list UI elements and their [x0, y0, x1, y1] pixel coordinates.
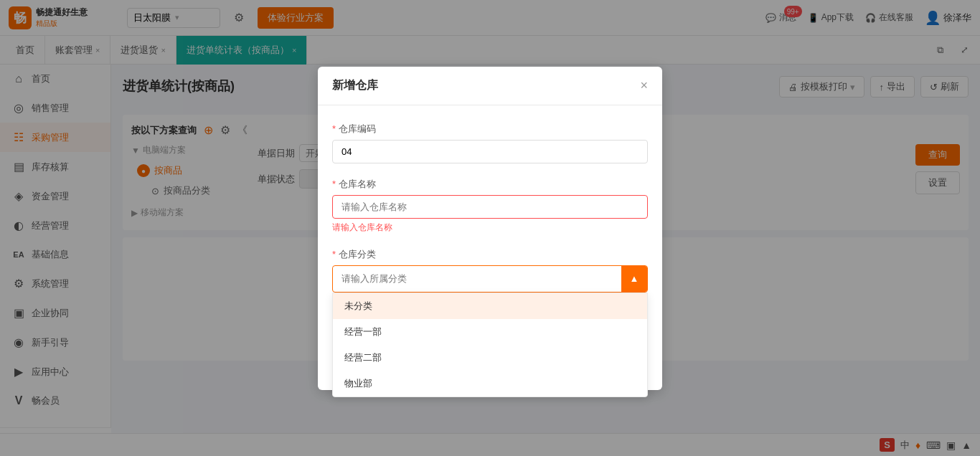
warehouse-name-field: * 仓库名称 请输入仓库名称 — [332, 178, 648, 234]
dropdown-item-dept1[interactable]: 经营一部 — [333, 319, 647, 345]
dropdown-item-unclassified[interactable]: 未分类 — [333, 293, 647, 319]
warehouse-category-field: * 仓库分类 ▲ 未分类 经营一部 经营二部 物业部 — [332, 248, 648, 293]
warehouse-code-input[interactable] — [332, 140, 648, 163]
modal-overlay[interactable]: 新增仓库 × * 仓库编码 * 仓库名称 请输入仓库名称 — [0, 0, 980, 456]
warehouse-name-error: 请输入仓库名称 — [332, 222, 648, 234]
modal-body: * 仓库编码 * 仓库名称 请输入仓库名称 * 仓库分类 — [318, 105, 662, 346]
modal-close-button[interactable]: × — [640, 78, 648, 93]
category-arrow-icon[interactable]: ▲ — [621, 266, 647, 292]
warehouse-name-input[interactable] — [332, 195, 648, 219]
modal-header: 新增仓库 × — [318, 67, 662, 105]
category-input-wrapper: ▲ — [332, 265, 648, 293]
new-warehouse-modal: 新增仓库 × * 仓库编码 * 仓库名称 请输入仓库名称 — [318, 67, 662, 390]
warehouse-code-label: * 仓库编码 — [332, 123, 648, 136]
warehouse-name-label: * 仓库名称 — [332, 178, 648, 191]
warehouse-code-field: * 仓库编码 — [332, 123, 648, 163]
modal-title: 新增仓库 — [332, 78, 378, 93]
dropdown-item-dept3[interactable]: 物业部 — [333, 371, 647, 396]
category-input[interactable] — [333, 267, 621, 290]
warehouse-category-label: * 仓库分类 — [332, 248, 648, 261]
category-dropdown: 未分类 经营一部 经营二部 物业部 — [332, 293, 648, 397]
dropdown-item-dept2[interactable]: 经营二部 — [333, 345, 647, 371]
